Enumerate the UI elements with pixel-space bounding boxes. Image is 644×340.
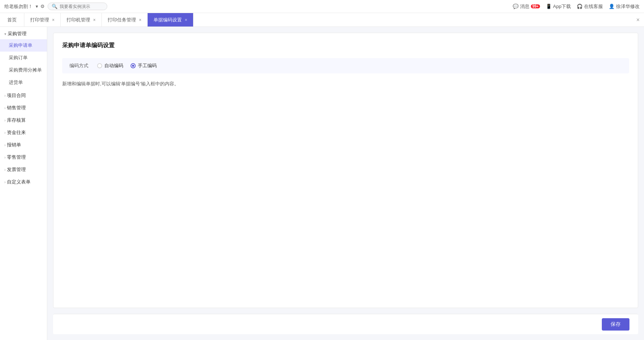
search-input[interactable]: [60, 4, 103, 9]
sales-group-label: 销售管理: [7, 105, 26, 111]
user-menu[interactable]: 👤 徐泽华修改: [609, 3, 640, 10]
auto-code-label: 自动编码: [104, 62, 123, 69]
sidebar-group-fund: 资金往来: [0, 126, 47, 138]
encode-method-label: 编码方式: [69, 62, 88, 69]
sidebar-group-returns-title[interactable]: 报销单: [0, 138, 47, 150]
top-bar-left: 给老板勿割！ ▾ ⚙ 🔍: [4, 3, 107, 10]
sidebar-group-purchase-title[interactable]: 采购管理: [0, 27, 47, 39]
sidebar-group-fund-title[interactable]: 资金往来: [0, 126, 47, 138]
settings-btn[interactable]: ⚙: [40, 4, 45, 9]
retail-group-label: 零售管理: [7, 154, 26, 161]
sidebar-item-purchase-request[interactable]: 采购申请单: [0, 39, 47, 52]
sidebar-group-custom-form-title[interactable]: 自定义表单: [0, 175, 47, 187]
invoice-chevron-icon: [4, 168, 5, 172]
inventory-chevron-icon: [4, 118, 5, 122]
purchase-group-label: 采购管理: [8, 31, 27, 37]
retail-chevron-icon: [4, 155, 5, 159]
online-service-label: 在线客服: [584, 3, 603, 10]
top-bar-right: 💬 消息 99+ 📱 App下载 🎧 在线客服 👤 徐泽华修改: [513, 3, 640, 10]
sidebar-group-invoice: 发票管理: [0, 163, 47, 175]
save-button[interactable]: 保存: [602, 318, 629, 331]
brand-text: 给老板勿割！: [4, 3, 33, 10]
sidebar: 采购管理 采购申请单 采购订单 采购费用分摊单 进货单 项目合同 销售管理 库存…: [0, 27, 47, 340]
dropdown-btn[interactable]: ▾: [36, 4, 38, 9]
sidebar-group-retail: 零售管理: [0, 150, 47, 163]
encode-method-section: 编码方式 自动编码 手工编码: [62, 58, 629, 73]
avatar-icon: 👤: [609, 4, 615, 9]
message-icon: 💬: [513, 4, 519, 9]
tab-bar: 首页 打印管理 × 打印机管理 × 打印任务管理 × 单据编码设置 × ×: [0, 13, 644, 27]
sidebar-group-inventory-title[interactable]: 库存核算: [0, 113, 47, 126]
search-bar: 🔍: [48, 3, 107, 10]
sidebar-group-sales: 销售管理: [0, 101, 47, 113]
auto-code-radio[interactable]: 自动编码: [97, 62, 123, 69]
message-label: 消息: [520, 3, 529, 10]
tab-printer-mgmt-close[interactable]: ×: [93, 17, 96, 23]
sales-chevron-icon: [4, 106, 5, 110]
tab-print-mgmt-label: 打印管理: [30, 17, 49, 23]
tab-barcode-setting[interactable]: 单据编码设置 ×: [148, 13, 193, 27]
fund-group-label: 资金往来: [7, 129, 26, 136]
search-icon: 🔍: [52, 4, 57, 9]
sidebar-group-returns: 报销单: [0, 138, 47, 150]
sidebar-group-inventory: 库存核算: [0, 113, 47, 126]
radio-group: 自动编码 手工编码: [97, 62, 157, 69]
tab-print-task-close[interactable]: ×: [139, 17, 141, 23]
invoice-group-label: 发票管理: [7, 166, 26, 173]
close-all-tabs-btn[interactable]: ×: [632, 17, 644, 23]
content-area: 采购申请单编码设置 编码方式 自动编码 手工编码 新增和编辑单据时,可以编辑'单…: [47, 27, 644, 340]
sidebar-item-purchase-expense[interactable]: 采购费用分摊单: [0, 64, 47, 76]
auto-code-radio-circle: [97, 63, 102, 68]
purchase-chevron-icon: [4, 32, 6, 36]
main-layout: 采购管理 采购申请单 采购订单 采购费用分摊单 进货单 项目合同 销售管理 库存…: [0, 27, 644, 340]
hint-text: 新增和编辑单据时,可以编辑'单据编号'输入框中的内容。: [62, 81, 629, 87]
inventory-group-label: 库存核算: [7, 117, 26, 124]
tab-barcode-setting-label: 单据编码设置: [153, 17, 182, 23]
fund-chevron-icon: [4, 131, 5, 135]
custom-form-group-label: 自定义表单: [7, 179, 31, 185]
content-inner: 采购申请单编码设置 编码方式 自动编码 手工编码 新增和编辑单据时,可以编辑'单…: [53, 33, 638, 308]
returns-chevron-icon: [4, 143, 5, 147]
sidebar-group-project-contract-title[interactable]: 项目合同: [0, 89, 47, 101]
project-contract-chevron-icon: [4, 94, 5, 98]
page-title: 采购申请单编码设置: [62, 42, 629, 49]
sidebar-group-invoice-title[interactable]: 发票管理: [0, 163, 47, 175]
tab-print-task[interactable]: 打印任务管理 ×: [102, 13, 148, 27]
message-badge: 99+: [531, 4, 540, 8]
tab-barcode-setting-close[interactable]: ×: [185, 17, 187, 23]
custom-form-chevron-icon: [4, 180, 5, 184]
tab-home-label: 首页: [7, 17, 17, 23]
top-bar-icons: ▾ ⚙: [36, 4, 45, 9]
message-btn[interactable]: 💬 消息 99+: [513, 3, 540, 10]
user-label: 徐泽华修改: [616, 3, 640, 10]
returns-group-label: 报销单: [7, 142, 21, 148]
tab-print-mgmt-close[interactable]: ×: [52, 17, 55, 23]
manual-code-label: 手工编码: [138, 62, 157, 69]
sidebar-group-sales-title[interactable]: 销售管理: [0, 101, 47, 113]
headset-icon: 🎧: [577, 4, 583, 9]
app-download-label: App下载: [553, 3, 571, 10]
tab-print-task-label: 打印任务管理: [108, 17, 136, 23]
sidebar-group-purchase: 采购管理 采购申请单 采购订单 采购费用分摊单 进货单: [0, 27, 47, 89]
tab-printer-mgmt-label: 打印机管理: [67, 17, 90, 23]
sidebar-group-project-contract: 项目合同: [0, 89, 47, 101]
project-contract-group-label: 项目合同: [7, 92, 26, 99]
tab-printer-mgmt[interactable]: 打印机管理 ×: [61, 13, 102, 27]
app-icon: 📱: [546, 4, 552, 9]
sidebar-item-purchase-order[interactable]: 采购订单: [0, 52, 47, 64]
tab-print-mgmt[interactable]: 打印管理 ×: [24, 13, 61, 27]
manual-code-radio[interactable]: 手工编码: [131, 62, 157, 69]
top-bar: 给老板勿割！ ▾ ⚙ 🔍 💬 消息 99+ 📱 App下载 🎧 在线客服 👤 徐…: [0, 0, 644, 13]
tab-home[interactable]: 首页: [0, 13, 24, 27]
manual-code-radio-circle: [131, 63, 136, 68]
sidebar-group-retail-title[interactable]: 零售管理: [0, 150, 47, 163]
sidebar-group-custom-form: 自定义表单: [0, 175, 47, 187]
content-footer: 保存: [53, 314, 638, 334]
app-download-btn[interactable]: 📱 App下载: [546, 3, 571, 10]
online-service-btn[interactable]: 🎧 在线客服: [577, 3, 603, 10]
sidebar-item-goods-receipt[interactable]: 进货单: [0, 76, 47, 89]
